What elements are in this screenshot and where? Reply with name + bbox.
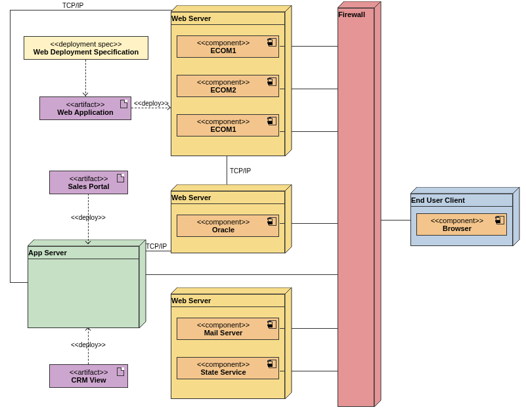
- artifact-stereo: <<artifact>>: [53, 175, 125, 182]
- connection-line: [280, 131, 338, 132]
- connection-line: [146, 251, 171, 251]
- artifact-name: Web Application: [43, 108, 128, 116]
- artifact-stereo: <<artifact>>: [43, 100, 128, 108]
- component-stereo: <<component>>: [181, 117, 265, 125]
- svg-marker-3: [285, 5, 292, 156]
- component-icon: [268, 38, 276, 45]
- document-icon: [120, 100, 127, 108]
- artifact-sales: <<artifact>> Sales Portal: [49, 171, 128, 194]
- svg-marker-9: [374, 1, 381, 407]
- svg-marker-4: [171, 184, 292, 191]
- node-title: Firewall: [338, 9, 374, 20]
- component-name: ECOM1: [181, 125, 265, 133]
- connection-line: [10, 282, 28, 283]
- artifact-stereo: <<artifact>>: [53, 368, 125, 376]
- svg-marker-5: [285, 184, 292, 253]
- connection-line: [10, 10, 11, 282]
- component-stereo: <<component>>: [181, 360, 265, 368]
- component-icon: [268, 217, 276, 224]
- component-name: State Service: [181, 368, 265, 376]
- svg-marker-7: [285, 287, 292, 399]
- component-icon: [268, 320, 276, 327]
- arrow-icon: [83, 92, 88, 97]
- deployment-spec: <<deployment spec>> Web Deployment Speci…: [24, 36, 148, 60]
- node-title: Web Server: [171, 295, 284, 307]
- document-icon: [117, 368, 124, 376]
- svg-marker-1: [139, 240, 146, 328]
- svg-marker-11: [513, 187, 519, 246]
- artifact-name: Sales Portal: [53, 182, 125, 190]
- component-name: ECOM1: [181, 47, 265, 54]
- node-title: App Server: [28, 247, 139, 259]
- artifact-webapp: <<artifact>> Web Application: [39, 96, 131, 120]
- svg-marker-2: [171, 5, 292, 12]
- label-deploy: <<deploy>>: [71, 341, 106, 348]
- arrow-icon: [85, 240, 91, 245]
- component: <<component>>Mail Server: [177, 318, 279, 340]
- dependency-line: [131, 108, 171, 108]
- arrow-icon: [85, 327, 91, 332]
- node-title: Web Server: [171, 192, 284, 204]
- label-deploy: <<deploy>>: [134, 100, 169, 107]
- component: <<component>>ECOM1: [177, 35, 279, 58]
- dependency-line: [85, 60, 86, 96]
- deployment-spec-name: Web Deployment Specification: [27, 48, 145, 56]
- component: <<component>>Oracle: [177, 215, 279, 237]
- artifact-crm: <<artifact>> CRM View: [49, 364, 128, 388]
- component: <<component>>State Service: [177, 357, 279, 379]
- connection-line: [146, 274, 338, 275]
- component-name: Oracle: [181, 226, 265, 234]
- component-icon: [496, 216, 504, 223]
- component-stereo: <<component>>: [181, 321, 265, 329]
- component-stereo: <<component>>: [181, 39, 265, 47]
- connection-line: [381, 220, 410, 220]
- component-name: Browser: [421, 224, 493, 232]
- component-stereo: <<component>>: [181, 218, 265, 226]
- node-title: Web Server: [171, 12, 284, 25]
- component-name: ECOM2: [181, 86, 265, 94]
- connection-line: [10, 10, 175, 10]
- component: <<component>>Browser: [416, 213, 507, 236]
- label-tcpip: TCP/IP: [146, 243, 167, 250]
- svg-marker-10: [410, 187, 519, 194]
- component-name: Mail Server: [181, 329, 265, 337]
- connection-line: [280, 46, 338, 47]
- svg-marker-6: [171, 287, 292, 294]
- component: <<component>>ECOM1: [177, 114, 279, 136]
- connection-line: [280, 328, 338, 329]
- connection-line: [227, 156, 227, 188]
- component-stereo: <<component>>: [421, 217, 493, 224]
- component-stereo: <<component>>: [181, 78, 265, 86]
- component: <<component>>ECOM2: [177, 75, 279, 97]
- label-tcpip: TCP/IP: [62, 2, 83, 9]
- node-title: End User Client: [411, 194, 512, 207]
- deployment-spec-stereo: <<deployment spec>>: [27, 40, 145, 48]
- document-icon: [117, 174, 124, 182]
- connection-line: [280, 223, 338, 224]
- label-deploy: <<deploy>>: [71, 214, 106, 221]
- artifact-name: CRM View: [53, 376, 125, 384]
- label-tcpip: TCP/IP: [230, 167, 251, 175]
- svg-marker-8: [338, 1, 381, 8]
- component-icon: [268, 77, 276, 85]
- connection-line: [280, 89, 338, 89]
- connection-line: [280, 371, 338, 371]
- component-icon: [268, 360, 276, 367]
- component-icon: [268, 117, 276, 124]
